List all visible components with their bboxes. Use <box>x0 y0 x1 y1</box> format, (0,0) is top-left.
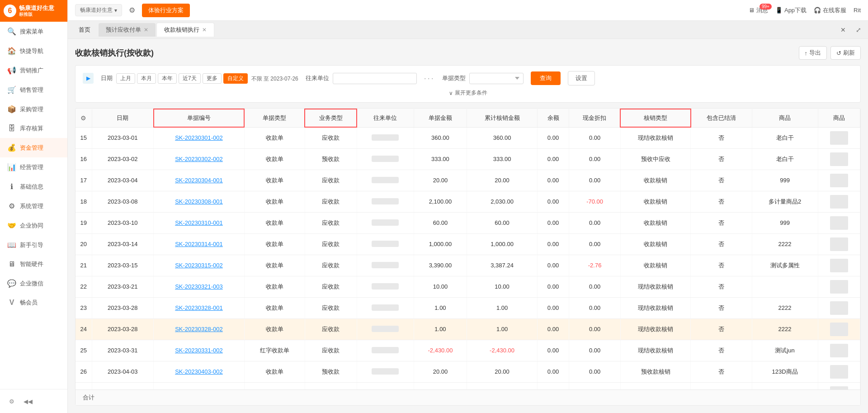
cell-bill-no: SK-20230314-001 <box>154 233 245 255</box>
cell-date: 2023-04-08 <box>92 382 154 389</box>
box-icon: 📦 <box>7 105 16 114</box>
cell-biz-type: 应收款 <box>305 212 357 233</box>
sidebar-item-operations[interactable]: 📊 经营管理 <box>0 157 67 177</box>
tab-prepay-close-icon[interactable]: ✕ <box>144 27 148 33</box>
cell-no: 15 <box>75 127 92 148</box>
table-row: 18 2023-03-08 SK-20230308-001 收款单 应收款 2,… <box>75 191 860 212</box>
cell-partner <box>357 170 414 191</box>
cell-goods1: 2222 <box>752 318 818 340</box>
sidebar-logo: 6 畅康道好生意 标推版 <box>0 0 67 22</box>
cell-date: 2023-03-04 <box>92 170 154 191</box>
sidebar-item-guide[interactable]: 📖 新手引导 <box>0 235 67 255</box>
date-this-month[interactable]: 本月 <box>137 73 156 84</box>
date-this-year[interactable]: 本年 <box>158 73 177 84</box>
collapse-sidebar-icon[interactable]: ◀◀ <box>22 395 34 408</box>
date-custom[interactable]: 自定义 <box>223 73 248 84</box>
close-tab-icon[interactable]: ✕ <box>837 24 849 36</box>
cell-date: 2023-03-28 <box>92 318 154 340</box>
topbar-gear-icon[interactable]: ⚙ <box>126 4 138 17</box>
table-row: 25 2023-03-31 SK-20230331-002 红字收款单 应收款 … <box>75 340 860 361</box>
cell-bill-type: 收款单 <box>244 233 305 255</box>
sidebar-item-inventory[interactable]: 🗄 库存核算 <box>0 119 67 138</box>
sidebar-item-basic[interactable]: ℹ 基础信息 <box>0 177 67 196</box>
table-header-row: ⚙ 日期 单据编号 单据类型 业务类型 往来单位 单据金额 累计核销金额 余额 … <box>75 109 860 127</box>
cell-no: 21 <box>75 255 92 276</box>
cell-goods1: 2222 <box>752 233 818 255</box>
cell-discount: -70.00 <box>569 191 621 212</box>
cell-included: 否 <box>691 127 752 148</box>
cell-balance: 0.00 <box>537 276 569 297</box>
handshake-icon: 🤝 <box>7 221 16 230</box>
cell-verify-type: 现结收款核销 <box>620 297 691 318</box>
refresh-button[interactable]: ↺ 刷新 <box>830 46 861 60</box>
sidebar-item-search[interactable]: 🔍 搜索菜单 <box>0 22 67 41</box>
table-row: 26 2023-04-03 SK-20230403-002 收款单 预收款 20… <box>75 361 860 382</box>
date-more[interactable]: 更多 <box>203 73 222 84</box>
billtype-select[interactable] <box>469 73 524 84</box>
cell-verify-type: 收款核销 <box>620 233 691 255</box>
sidebar-item-quicknav[interactable]: 🏠 快捷导航 <box>0 41 67 61</box>
user-name[interactable]: Rit <box>854 7 861 14</box>
topbar-dropdown-text: 畅康道好生意 <box>80 6 113 14</box>
sidebar-item-member[interactable]: V 畅会员 <box>0 293 67 312</box>
sidebar-item-label: 快捷导航 <box>20 47 43 55</box>
sidebar-item-wechat[interactable]: 💬 企业微信 <box>0 274 67 293</box>
cell-date: 2023-03-15 <box>92 255 154 276</box>
solution-button[interactable]: 体验行业方案 <box>142 4 190 17</box>
col-amount: 单据金额 <box>414 109 467 127</box>
sidebar-item-system[interactable]: ⚙ 系统管理 <box>0 196 67 216</box>
settings-bottom-icon[interactable]: ⚙ <box>5 395 18 408</box>
expand-more-btn[interactable]: ∨ 展开更多条件 <box>449 89 487 97</box>
column-settings-icon[interactable]: ⚙ <box>80 114 86 122</box>
cell-discount: 0.00 <box>569 233 621 255</box>
sidebar-item-hardware[interactable]: 🖥 智能硬件 <box>0 255 67 274</box>
export-button[interactable]: ↑ 导出 <box>799 46 827 60</box>
tab-collection[interactable]: 收款核销执行 ✕ <box>156 23 214 37</box>
cell-verify-type: 收款核销 <box>620 212 691 233</box>
cell-goods1: 多计量商品2 <box>752 191 818 212</box>
page-title: 收款核销执行(按收款) <box>75 47 154 58</box>
cell-bill-no: SK-20230310-001 <box>154 212 245 233</box>
cell-date: 2023-03-02 <box>92 148 154 170</box>
phone-icon: 📱 <box>775 7 783 14</box>
cell-no: 27 <box>75 382 92 389</box>
query-button[interactable]: 查询 <box>531 71 561 85</box>
filter-settings-button[interactable]: 设置 <box>568 71 595 85</box>
messages-badge: 99+ <box>760 4 772 9</box>
cell-amount: 10.00 <box>414 276 467 297</box>
tab-collection-close-icon[interactable]: ✕ <box>202 27 207 33</box>
online-support-link[interactable]: 🎧 在线客服 <box>814 6 846 14</box>
chart-icon: 📊 <box>7 163 16 171</box>
sidebar-item-finance[interactable]: 💰 资金管理 <box>0 138 67 157</box>
sidebar-item-sales[interactable]: 🛒 销售管理 <box>0 80 67 100</box>
date-last-7-days[interactable]: 近7天 <box>179 73 201 84</box>
cell-discount: 0.00 <box>569 297 621 318</box>
tab-home[interactable]: 首页 <box>71 23 98 37</box>
cell-bill-type: 收款单 <box>244 148 305 170</box>
table-scroll[interactable]: ⚙ 日期 单据编号 单据类型 业务类型 往来单位 单据金额 累计核销金额 余额 … <box>75 109 860 389</box>
tab-home-label: 首页 <box>79 26 90 34</box>
logo-main-text: 畅康道好生意 <box>19 5 54 12</box>
megaphone-icon: 📢 <box>7 66 16 75</box>
partner-input[interactable] <box>333 73 417 84</box>
sidebar-item-corp[interactable]: 🤝 企业协同 <box>0 216 67 235</box>
col-balance: 余额 <box>537 109 569 127</box>
topbar-dropdown[interactable]: 畅康道好生意 ▾ <box>75 4 122 16</box>
col-settings[interactable]: ⚙ <box>75 109 92 127</box>
cell-bill-type: 收款单 <box>244 212 305 233</box>
cell-biz-type: 预收款 <box>305 361 357 382</box>
filter-expand-row: ∨ 展开更多条件 <box>83 89 853 97</box>
date-last-month[interactable]: 上月 <box>116 73 135 84</box>
cell-date: 2023-03-01 <box>92 127 154 148</box>
table-row: 22 2023-03-21 SK-20230321-003 收款单 应收款 10… <box>75 276 860 297</box>
maximize-icon[interactable]: ⤢ <box>853 24 864 36</box>
messages-button[interactable]: 🖥 消息 99+ <box>749 6 768 14</box>
cell-verify-type: 预收中应收 <box>620 148 691 170</box>
col-biz-type: 业务类型 <box>305 109 357 127</box>
tab-prepay[interactable]: 预计应收付单 ✕ <box>99 23 156 37</box>
sidebar-item-marketing[interactable]: 📢 营销推广 <box>0 61 67 80</box>
app-download-link[interactable]: 📱 App下载 <box>775 6 807 14</box>
filter-expand-arrow[interactable]: ▶ <box>83 73 94 84</box>
sidebar-item-label: 资金管理 <box>20 144 43 152</box>
sidebar-item-purchase[interactable]: 📦 采购管理 <box>0 100 67 119</box>
